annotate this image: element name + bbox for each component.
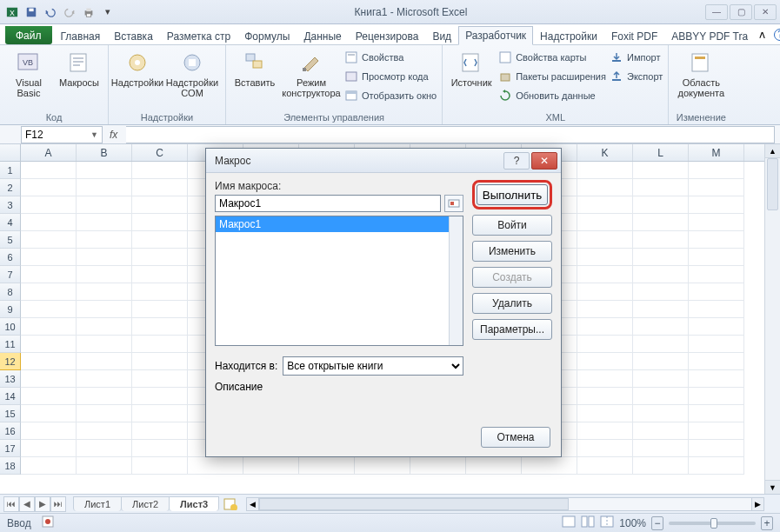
fx-icon[interactable]: fx [104,129,123,141]
tab-home[interactable]: Главная [54,26,108,45]
cell[interactable] [355,457,410,475]
cell[interactable] [410,457,466,475]
zoom-slider[interactable] [669,522,756,525]
row-header[interactable]: 13 [0,370,21,388]
cell[interactable] [577,370,633,388]
tab-data[interactable]: Данные [297,26,348,45]
zoom-thumb[interactable] [710,518,717,529]
cell[interactable] [633,179,689,196]
cell[interactable] [689,301,744,318]
minimize-button[interactable]: — [705,4,728,20]
row-header[interactable]: 6 [0,249,21,266]
cell[interactable] [633,249,689,266]
cell[interactable] [689,370,744,388]
excel-icon[interactable]: X [3,3,21,21]
cell[interactable] [77,422,132,440]
cell[interactable] [633,231,689,249]
cell[interactable] [77,457,132,475]
cell[interactable] [77,266,132,283]
step-into-button[interactable]: Войти [472,215,552,236]
cell[interactable] [577,231,633,249]
cell[interactable] [689,196,744,214]
cell[interactable] [77,249,132,266]
help-icon[interactable]: ? [774,29,780,41]
vertical-scrollbar[interactable]: ▲ ▼ [764,144,780,494]
row-header[interactable]: 17 [0,440,21,457]
col-header[interactable]: B [77,144,132,161]
cell[interactable] [633,336,689,353]
scroll-thumb[interactable] [767,158,778,210]
cell[interactable] [577,301,633,318]
print-icon[interactable] [80,3,97,21]
cell[interactable] [522,457,577,475]
location-dropdown[interactable]: Все открытые книги [283,356,463,376]
col-header[interactable]: L [633,144,689,161]
cell[interactable] [77,370,132,388]
properties-button[interactable]: Свойства [344,49,437,66]
sheet-nav-prev-icon[interactable]: ◀ [19,496,35,512]
tab-view[interactable]: Вид [425,26,458,45]
cell[interactable] [243,457,299,475]
sheet-tab[interactable]: Лист3 [169,496,219,511]
cell[interactable] [21,422,77,440]
cell[interactable] [577,422,633,440]
cell[interactable] [466,457,522,475]
row-header[interactable]: 16 [0,422,21,440]
export-button[interactable]: Экспорт [610,68,663,85]
cell[interactable] [689,283,744,301]
cell[interactable] [21,162,77,179]
cell[interactable] [132,457,188,475]
cell[interactable] [21,457,77,475]
maximize-button[interactable]: ▢ [730,4,752,20]
cell[interactable] [21,196,77,214]
cell[interactable] [77,283,132,301]
undo-icon[interactable] [42,3,59,21]
col-header[interactable]: C [132,144,188,161]
view-normal-icon[interactable] [562,515,576,530]
macro-listbox[interactable]: Макрос1 [215,216,463,346]
cell[interactable] [299,457,355,475]
redo-icon[interactable] [61,3,78,21]
refresh-data-button[interactable]: Обновить данные [498,87,606,104]
cell[interactable] [577,353,633,370]
cell[interactable] [21,231,77,249]
cell[interactable] [132,196,188,214]
cell[interactable] [21,266,77,283]
cell[interactable] [633,196,689,214]
row-header[interactable]: 2 [0,179,21,196]
sheet-nav-last-icon[interactable]: ⏭ [50,496,66,512]
row-header[interactable]: 18 [0,457,21,475]
cell[interactable] [689,440,744,457]
row-header[interactable]: 3 [0,196,21,214]
row-header[interactable]: 7 [0,266,21,283]
cell[interactable] [77,301,132,318]
tab-developer[interactable]: Разработчик [458,26,533,45]
save-icon[interactable] [23,3,40,21]
cell[interactable] [132,249,188,266]
minimize-ribbon-icon[interactable]: ᴧ [755,28,769,42]
cell[interactable] [577,405,633,422]
cell[interactable] [21,249,77,266]
cell[interactable] [689,266,744,283]
options-button[interactable]: Параметры... [472,319,552,340]
cell[interactable] [77,336,132,353]
delete-button[interactable]: Удалить [472,293,552,314]
cell[interactable] [577,214,633,231]
cell[interactable] [77,388,132,405]
cell[interactable] [689,249,744,266]
scroll-up-icon[interactable]: ▲ [765,144,780,158]
import-button[interactable]: Импорт [610,49,663,66]
cell[interactable] [633,440,689,457]
cell[interactable] [132,214,188,231]
cell[interactable] [633,318,689,336]
cell[interactable] [577,388,633,405]
cell[interactable] [577,196,633,214]
reference-picker-icon[interactable] [444,195,463,212]
cell[interactable] [633,457,689,475]
cell[interactable] [132,231,188,249]
macro-name-input[interactable] [215,195,441,212]
row-header[interactable]: 10 [0,318,21,336]
cell[interactable] [577,336,633,353]
cell[interactable] [77,179,132,196]
zoom-level[interactable]: 100% [619,517,646,529]
